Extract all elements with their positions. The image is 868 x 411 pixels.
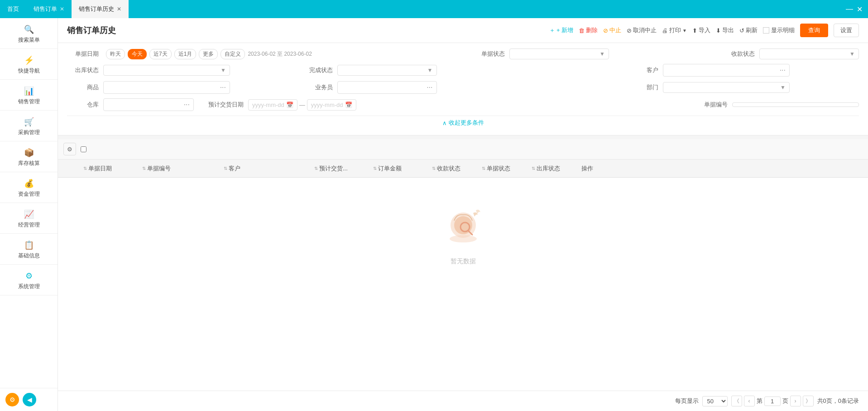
- sidebar-user-icon[interactable]: ⚙: [5, 393, 19, 406]
- department-label: 部门: [636, 83, 663, 92]
- export-label: 导出: [722, 26, 734, 34]
- order-number-input[interactable]: [732, 102, 859, 107]
- new-button[interactable]: ＋ + 新增: [549, 26, 573, 34]
- sidebar-item-sales[interactable]: 📊 销售管理: [0, 80, 58, 111]
- last-page-button[interactable]: 》: [803, 396, 814, 406]
- stop-button[interactable]: ⊘ 中止: [603, 26, 621, 34]
- first-page-button[interactable]: 《: [731, 396, 742, 406]
- select-all-checkbox[interactable]: [81, 146, 86, 152]
- page-number-input[interactable]: [764, 396, 781, 406]
- th-status[interactable]: ⇅ 单据状态: [478, 164, 528, 173]
- sidebar-item-quick-nav[interactable]: ⚡ 快捷导航: [0, 49, 58, 80]
- page-size-select[interactable]: 50 10 20 100: [702, 396, 728, 406]
- th-delivery[interactable]: ⇅ 预计交货...: [311, 164, 369, 173]
- th-amount-sort-icon[interactable]: ⇅: [373, 166, 377, 171]
- finance-icon: 💰: [24, 179, 34, 189]
- order-status-dropdown-icon: ▼: [599, 51, 605, 57]
- payment-status-label: 收款状态: [719, 50, 759, 58]
- th-customer-label: 客户: [229, 164, 240, 173]
- product-input[interactable]: ···: [103, 81, 230, 94]
- delivery-date-start[interactable]: yyyy-mm-dd 📅: [248, 99, 297, 111]
- print-icon: 🖨: [662, 27, 668, 34]
- sidebar-bottom: ⚙ ◀: [0, 388, 58, 411]
- tab-sales-order[interactable]: 销售订单 ✕: [26, 0, 72, 18]
- tab-sales-order-close[interactable]: ✕: [60, 6, 64, 12]
- settings-button[interactable]: 设置: [834, 24, 859, 37]
- print-button[interactable]: 🖨 打印 ▼: [662, 26, 687, 34]
- empty-text: 暂无数据: [451, 257, 476, 266]
- order-status-select[interactable]: ▼: [509, 48, 609, 59]
- th-date[interactable]: ⇅ 单据日期: [80, 164, 139, 173]
- minimize-icon[interactable]: —: [846, 5, 853, 13]
- th-customer[interactable]: ⇅ 客户: [220, 164, 311, 173]
- date-7days-btn[interactable]: 近7天: [149, 49, 172, 59]
- tab-home[interactable]: 首页: [0, 0, 26, 18]
- sidebar-search[interactable]: 🔍 搜索菜单: [0, 18, 58, 49]
- th-status-label: 单据状态: [487, 164, 510, 173]
- sidebar-item-operations[interactable]: 📈 经营管理: [0, 203, 58, 234]
- purchase-icon: 🛒: [24, 117, 34, 127]
- date-custom-btn[interactable]: 自定义: [221, 49, 245, 59]
- department-select[interactable]: ▼: [663, 82, 790, 93]
- warehouse-input[interactable]: ···: [103, 98, 194, 111]
- next-page-button[interactable]: ›: [790, 396, 801, 406]
- show-detail-checkbox[interactable]: [763, 27, 769, 34]
- toolbar: ＋ + 新增 🗑 删除 ⊘ 中止 ⊘ 取消中止 🖨 打印: [549, 24, 859, 37]
- query-button[interactable]: 查询: [800, 24, 828, 37]
- th-customer-sort-icon[interactable]: ⇅: [224, 166, 227, 171]
- sidebar-item-system[interactable]: ⚙ 系统管理: [0, 265, 58, 295]
- sidebar-search-label: 搜索菜单: [18, 36, 40, 44]
- collapse-bar[interactable]: ∧ 收起更多条件: [67, 116, 859, 130]
- import-icon: ⬆: [692, 27, 697, 34]
- delete-button[interactable]: 🗑 删除: [579, 26, 598, 34]
- table-settings-icon[interactable]: ⚙: [63, 143, 76, 155]
- tab-sales-order-history[interactable]: 销售订单历史 ✕: [72, 0, 129, 18]
- payment-status-select[interactable]: ▼: [759, 48, 859, 59]
- date-quick-buttons: 昨天 今天 近7天 近1月 更多 自定义: [106, 49, 245, 59]
- filter-row-2: 出库状态 ▼ 完成状态 ▼ 客户 ···: [67, 64, 859, 77]
- th-warehouse-sort-icon[interactable]: ⇅: [532, 166, 535, 171]
- content-area: 销售订单历史 ＋ + 新增 🗑 删除 ⊘ 中止 ⊘ 取消中止: [58, 18, 868, 411]
- delivery-date-end[interactable]: yyyy-mm-dd 📅: [307, 99, 356, 111]
- complete-status-select[interactable]: ▼: [337, 65, 437, 76]
- main-layout: 🔍 搜索菜单 ⚡ 快捷导航 📊 销售管理 🛒 采购管理 📦 库存核算 💰 资金管…: [0, 18, 868, 411]
- close-window-icon[interactable]: ✕: [857, 5, 863, 14]
- salesperson-input[interactable]: ···: [337, 81, 437, 94]
- sidebar-menu-icon[interactable]: ◀: [23, 393, 36, 406]
- th-delivery-sort-icon[interactable]: ⇅: [314, 166, 318, 171]
- th-status-sort-icon[interactable]: ⇅: [482, 166, 485, 171]
- th-amount[interactable]: ⇅ 订单金额: [369, 164, 428, 173]
- th-payment-sort-icon[interactable]: ⇅: [432, 166, 436, 171]
- prev-page-button[interactable]: ‹: [744, 396, 755, 406]
- payment-status-dropdown-icon: ▼: [849, 51, 855, 57]
- warehouse-status-select[interactable]: ▼: [103, 65, 230, 76]
- stop-icon: ⊘: [603, 27, 608, 34]
- show-detail-toggle[interactable]: 显示明细: [763, 26, 795, 34]
- th-warehouse[interactable]: ⇅ 出库状态: [528, 164, 578, 173]
- date-yesterday-btn[interactable]: 昨天: [106, 49, 125, 59]
- salesperson-label: 业务员: [297, 83, 337, 92]
- tab-sales-order-history-label: 销售订单历史: [79, 5, 114, 13]
- th-date-sort-icon[interactable]: ⇅: [83, 166, 87, 171]
- table-header: ⇅ 单据日期 ⇅ 单据编号 ⇅ 客户 ⇅ 预计交货...: [58, 160, 868, 178]
- cancel-stop-button[interactable]: ⊘ 取消中止: [627, 26, 657, 34]
- show-detail-label: 显示明细: [771, 26, 795, 34]
- tab-sales-order-history-close[interactable]: ✕: [117, 6, 121, 12]
- th-ordernum-sort-icon[interactable]: ⇅: [142, 166, 146, 171]
- date-more-btn[interactable]: 更多: [199, 49, 218, 59]
- refresh-button[interactable]: ↺ 刷新: [739, 26, 758, 34]
- import-button[interactable]: ⬆ 导入: [692, 26, 710, 34]
- th-payment[interactable]: ⇅ 收款状态: [428, 164, 478, 173]
- top-right-controls: — ✕: [846, 0, 868, 18]
- customer-input[interactable]: ···: [663, 64, 790, 77]
- date-1month-btn[interactable]: 近1月: [174, 49, 197, 59]
- export-button[interactable]: ⬇ 导出: [716, 26, 734, 34]
- sidebar-item-purchase[interactable]: 🛒 采购管理: [0, 111, 58, 141]
- sidebar-item-inventory[interactable]: 📦 库存核算: [0, 141, 58, 172]
- sidebar-item-finance[interactable]: 💰 资金管理: [0, 172, 58, 203]
- date-today-btn[interactable]: 今天: [128, 49, 147, 59]
- th-ordernum[interactable]: ⇅ 单据编号: [139, 164, 220, 173]
- delete-icon: 🗑: [579, 27, 585, 34]
- sidebar-item-basic-info[interactable]: 📋 基础信息: [0, 234, 58, 265]
- date-range-text: 2023-06-02 至 2023-06-02: [248, 50, 312, 58]
